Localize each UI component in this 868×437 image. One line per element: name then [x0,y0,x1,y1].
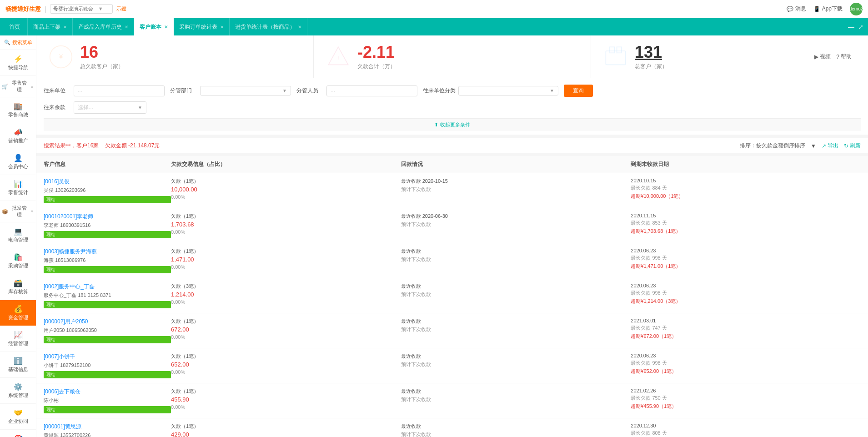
table-row: [000001]黄思源 黄思源 13552700226 现结 欠款（1笔） 42… [36,418,868,437]
sidebar-search[interactable]: 🔍 搜索菜单 [0,35,36,50]
debt-customers-icon: ¥ [47,43,75,70]
query-button[interactable]: 查询 [564,85,593,97]
customer-name-3[interactable]: [0002]服务中心_丁磊 [44,283,171,291]
demo-link[interactable]: 示鑑 [116,5,126,12]
total-customers-label: 总客户（家） [635,63,667,70]
refresh-label: 刷新 [850,142,861,150]
customer-name-5[interactable]: [0007]小饼干 [44,353,171,361]
debt-amount-label: 欠款合计（万） [357,63,396,70]
person-placeholder: ··· [331,88,335,94]
collapse-btn[interactable]: ⬆ 收起更多条件 [44,118,861,131]
app-download-btn[interactable]: 📱 App下载 [813,5,843,13]
sidebar-purchase-label: 采购管理 [2,262,34,269]
video-icon: ▶ [814,54,818,60]
refresh-btn[interactable]: ↻ 刷新 [844,142,861,150]
results-summary: 搜索结果中，客户16家 [44,142,99,149]
debt-amount-3: 1,214.00 [171,291,401,298]
due-date-6: 2021.02.26 [631,388,861,393]
sidebar-operations-label: 经营管理 [2,340,34,347]
sidebar-enterprise-collab-label: 企业协同 [2,418,34,425]
company-selector[interactable]: 母婴行业演示账套 ▼ [50,4,113,14]
customer-name-0[interactable]: [0016]吴俊 [44,178,171,186]
customer-info-2: [0003]畅捷服务尹海燕 海燕 18513066976 现结 [44,248,171,273]
debt-percent-0: 0.00% [171,194,401,200]
store-icon: 🏬 [2,102,34,111]
close-icon[interactable]: ✕ [125,25,128,30]
sidebar-marketing-label: 营销推广 [2,137,34,144]
sidebar-item-wholesale[interactable]: 📦 批发管理 ▼ [0,201,36,222]
export-btn[interactable]: ↗ 导出 [822,142,838,150]
sidebar-item-finance[interactable]: 💰 资金管理 [0,300,36,326]
customer-name-4[interactable]: [000002]用户2050 [44,318,171,326]
guide-icon: 🎯 [2,434,34,437]
overdue-link-5[interactable]: 超期¥652.00（1笔） [631,368,861,375]
sidebar-item-purchase[interactable]: 🛍️ 采购管理 [0,248,36,274]
overdue-link-0[interactable]: 超期¥10,000.00（1笔） [631,193,861,200]
tab-home[interactable]: 首页 [2,18,28,35]
tab-purchase-order-stats[interactable]: 采购订单统计表 ✕ [174,18,230,35]
table-row: [0002]服务中心_丁磊 服务中心_丁磊 181 0125 8371 现结 欠… [36,278,868,313]
help-action-btn[interactable]: ? 帮助 [836,53,852,60]
overdue-info-5: 2020.06.23 最长欠款 998 天 超期¥652.00（1笔） [631,353,861,375]
sidebar-item-quick-nav[interactable]: ⚡ 快捷导航 [0,50,36,76]
customer-name-2[interactable]: [0003]畅捷服务尹海燕 [44,248,171,256]
sidebar-item-member[interactable]: 👤 会员中心 [0,149,36,175]
sidebar-item-system[interactable]: ⚙️ 系统管理 [0,378,36,404]
debt-percent-6: 0.00% [171,404,401,410]
tab-warehouse-history-label: 产成品入库单历史 [78,23,122,31]
balance-placeholder: 选择... [78,104,93,111]
table-row: [0001020001]李老师 李老师 18600391516 现结 欠款（1笔… [36,208,868,243]
debt-amount-2: 1,471.00 [171,256,401,263]
close-icon[interactable]: ✕ [63,25,67,30]
sidebar-item-marketing[interactable]: 📣 营销推广 [0,123,36,149]
customer-phone-6: 陈小彬 [44,397,171,404]
sidebar-item-operations[interactable]: 📈 经营管理 [0,326,36,352]
customer-name-1[interactable]: [0001020001]李老师 [44,213,171,221]
sidebar-item-basic-info[interactable]: ℹ️ 基础信息 [0,352,36,378]
overdue-link-3[interactable]: 超期¥1,214.00（3笔） [631,298,861,305]
from-unit-input[interactable]: ··· [74,85,165,96]
sidebar-item-inventory[interactable]: 🗃️ 库存核算 [0,274,36,300]
tab-customer-ledger[interactable]: 客户账本 ✕ [134,18,174,35]
sidebar-item-new-guide[interactable]: 🎯 新手引导 [0,430,36,437]
tab-warehouse-history[interactable]: 产成品入库单历史 ✕ [73,18,134,35]
sidebar-item-enterprise-collab[interactable]: 🤝 企业协同 [0,404,36,430]
debt-amount-6: 455.90 [171,396,401,403]
app-download-label: App下载 [822,5,843,13]
video-action-btn[interactable]: ▶ 视频 [814,53,831,60]
close-icon[interactable]: ✕ [164,25,168,30]
customer-name-7[interactable]: [000001]黄思源 [44,423,171,431]
message-btn[interactable]: 💬 消息 [787,5,806,13]
overdue-link-1[interactable]: 超期¥1,703.68（1笔） [631,228,861,235]
minimize-icon[interactable]: — [848,23,854,30]
close-icon[interactable]: ✕ [298,25,301,30]
due-date-7: 2020.12.30 [631,423,861,428]
close-icon[interactable]: ✕ [220,25,224,30]
tab-product-status[interactable]: 商品上下架 ✕ [28,18,73,35]
dept-input[interactable]: ▼ [200,86,291,95]
overdue-link-2[interactable]: 超期¥1,471.00（1笔） [631,263,861,270]
overdue-link-6[interactable]: 超期¥455.90（1笔） [631,403,861,410]
debt-info-2: 欠款（1笔） 1,471.00 0.00% [171,248,401,270]
user-menu[interactable]: demo2 [850,3,863,15]
export-icon: ↗ [822,143,826,149]
sidebar-item-retail-mgmt[interactable]: 🛒 零售管理 ▲ [0,76,36,97]
maximize-icon[interactable]: ⤢ [858,23,863,30]
customer-name-6[interactable]: [0006]去下粮仓 [44,388,171,396]
stat-debt-customers: ¥ 16 总欠款客户（家） [36,35,314,78]
stat-debt-customers-info: 16 总欠款客户（家） [80,43,124,70]
search-icon: 🔍 [4,40,10,45]
unit-category-input[interactable]: ▼ [458,86,558,95]
filter-row-1: 往来单位 ··· 分管部门 ▼ 分管人员 ··· [44,85,861,97]
sort-dropdown-icon[interactable]: ▼ [811,143,816,149]
balance-input[interactable]: 选择... ▼ [74,101,146,114]
overdue-days-0: 最长欠款 884 天 [631,185,861,191]
overdue-link-4[interactable]: 超期¥672.00（1笔） [631,333,861,340]
person-label: 分管人员 [296,87,324,95]
sidebar-item-retail-stats[interactable]: 📊 零售统计 [0,175,36,201]
sidebar-item-ecommerce[interactable]: 💻 电商管理 [0,222,36,248]
person-input[interactable]: ··· [326,85,417,96]
header-right: 💬 消息 📱 App下载 demo2 [787,3,863,15]
sidebar-item-retail-store[interactable]: 🏬 零售商城 [0,97,36,123]
tab-goods-stats[interactable]: 进货单统计表（按商品） ✕ [230,18,307,35]
